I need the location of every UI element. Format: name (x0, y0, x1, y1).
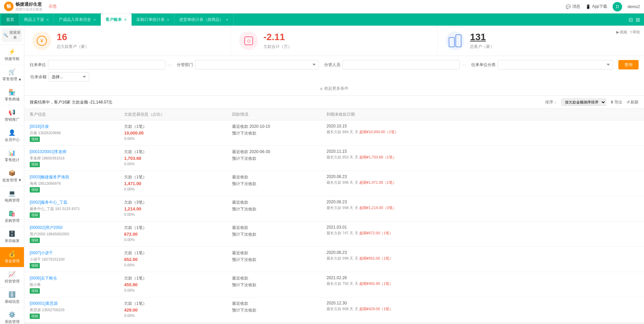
user-name[interactable]: demo2 (627, 4, 640, 9)
filter-manager-input[interactable] (342, 60, 460, 69)
sidebar-item-members[interactable]: 👤 会员中心 (0, 126, 24, 146)
customer-info-6: [0006]去下粮仓 陈小希 现销 (30, 275, 124, 294)
sidebar-item-ecommerce[interactable]: 💻 电商管理 (0, 186, 24, 207)
debt-label-6: 欠款（1笔） (124, 275, 232, 281)
sidebar-item-inventory[interactable]: 🗄️ 库存核算 (0, 227, 24, 247)
table-row: [0016]吕俊 吕俊 13026203696 现销 欠款（1笔） 10,000… (24, 120, 644, 146)
overdue-link-7[interactable]: 超期¥429.00（1笔） (359, 307, 393, 311)
debt-label-7: 欠款（1笔） (124, 301, 232, 306)
tab-home[interactable]: 首页 (1, 13, 19, 26)
next-collect-3: 预计下次收款 (232, 206, 327, 212)
tab-products[interactable]: 商品上下架 ✕ (19, 13, 54, 26)
tab-inbound-close[interactable]: ✕ (93, 18, 96, 22)
tab-accounts-close[interactable]: ✕ (124, 18, 127, 22)
sidebar-search-button[interactable]: 🔍 搜索菜单 (2, 28, 22, 42)
search-button[interactable]: 查询 (618, 60, 639, 69)
sidebar-item-retail-mgmt[interactable]: 🛒 零售管理 ▲ (0, 65, 24, 85)
customer-name-7[interactable]: [000001]黄思源 (30, 301, 124, 306)
sidebar-item-quick-nav-label: 快捷导航 (5, 56, 20, 61)
customer-name-1[interactable]: [0001020001]李老师 (30, 149, 124, 155)
content-area: ¥ 16 总欠款客户（家） ◇ -2.11 欠款合计（万） (24, 26, 644, 324)
collapse-button[interactable]: ∧ 收起更多条件 (30, 84, 639, 93)
sidebar-item-system[interactable]: ⚙️ 系统管理 (0, 308, 24, 324)
debt-amount-6[interactable]: 455.90 (124, 282, 232, 287)
app-download-button[interactable]: 📱 App下载 (586, 4, 607, 9)
sidebar-item-quick-nav[interactable]: ⚡ 快捷导航 (0, 45, 24, 65)
customer-phone-6: 陈小希 (30, 282, 124, 287)
help-button[interactable]: ? 帮助 (630, 30, 640, 35)
overdue-link-3[interactable]: 超期¥1,214.00（3笔） (359, 206, 396, 210)
collection-info-4: 最近收款 预计下次收款 (232, 225, 327, 238)
message-button[interactable]: 💬 消息 (566, 4, 580, 9)
customer-name-6[interactable]: [0006]去下粮仓 (30, 275, 124, 281)
overdue-date-5: 2020.06.23 (327, 250, 639, 255)
customer-name-5[interactable]: [0007]小进千 (30, 250, 124, 256)
last-collect-0: 最近收款 2020-10-15 (232, 124, 327, 129)
tab-inbound-stats[interactable]: 进货单统计表（按商品） ✕ (174, 13, 233, 26)
customer-name-4[interactable]: [000002]用户2050 (30, 225, 124, 231)
overdue-link-5[interactable]: 超期¥652.00（1笔） (359, 256, 393, 260)
debt-amount-4[interactable]: 672.00 (124, 232, 232, 237)
last-collect-2: 最近收款 (232, 174, 327, 180)
tab-accounts[interactable]: 客户账本 ✕ (101, 13, 132, 26)
sidebar-item-wholesale[interactable]: 📦 批发管理 ▼ (0, 166, 24, 186)
debt-amount-1[interactable]: 1,703.68 (124, 156, 232, 161)
overdue-link-1[interactable]: 超期¥1,703.68（1笔） (359, 155, 396, 159)
table-row: [000001]黄思源 黄思源 13552700226 现销 欠款（1笔） 42… (24, 297, 644, 323)
sidebar-item-marketing[interactable]: 📢 营销推广 (0, 106, 24, 126)
sidebar-item-base-info[interactable]: ℹ️ 基础信息 (0, 288, 24, 308)
tab-expand-button[interactable]: ⊞ (636, 17, 640, 23)
sidebar-item-retail-mall[interactable]: 🏪 零售商城 (0, 85, 24, 106)
tab-products-label: 商品上下架 (24, 17, 44, 23)
debt-amount-3[interactable]: 1,214.00 (124, 206, 232, 211)
filter-manager-dots: ··· (462, 62, 466, 67)
overdue-link-2[interactable]: 超期¥1,471.00（1笔） (359, 180, 396, 184)
overdue-link-4[interactable]: 超期¥672.00（1笔） (359, 231, 393, 235)
filter-unit-class-select[interactable] (498, 60, 613, 69)
debt-amount-7[interactable]: 429.00 (124, 307, 232, 313)
top-bar-left: 畅 畅捷通好生意 母婴行业演示账套 示范 (4, 2, 57, 12)
overdue-date-7: 2020.12.30 (327, 301, 639, 305)
debt-amount-5[interactable]: 652.00 (124, 257, 232, 262)
refresh-button[interactable]: ↺ 刷新 (626, 99, 639, 105)
avatar[interactable]: D (613, 2, 622, 11)
tab-purchase-close[interactable]: ✕ (167, 18, 169, 22)
filter-manager-label: 分管人员 (324, 62, 340, 68)
stat-card-owed-total: ◇ -2.11 欠款合计（万） (231, 26, 438, 56)
filter-balance-select[interactable]: 选择... (49, 72, 89, 82)
customer-name-0[interactable]: [0016]吕俊 (30, 124, 124, 129)
stat-card1-icon: ¥ (32, 31, 51, 50)
debt-amount-0[interactable]: 10,000.00 (124, 130, 232, 136)
tab-home-label: 首页 (6, 17, 14, 23)
debt-amount-2[interactable]: 1,471.00 (124, 181, 232, 186)
sort-select[interactable]: 按欠款金额倒序排序 (561, 98, 606, 106)
tab-inbound-stats-close[interactable]: ✕ (226, 18, 228, 22)
col-header-collection: 回款情况 (232, 112, 327, 117)
system-icon: ⚙️ (8, 311, 16, 318)
tab-inbound[interactable]: 产成品入库单历史 ✕ (54, 13, 101, 26)
overdue-days-4: 最长欠款 747 天 天 超期¥672.00（1笔） (327, 231, 639, 236)
sidebar-item-purchase[interactable]: 🛍️ 采购管理 (0, 207, 24, 227)
export-button[interactable]: ⬆ 导出 (610, 99, 622, 105)
nav-home-link[interactable]: 示范 (49, 4, 57, 9)
refresh-label: 刷新 (631, 99, 639, 105)
tab-products-close[interactable]: ✕ (46, 18, 49, 22)
overdue-link-0[interactable]: 超期¥10,000.00（1笔） (359, 130, 398, 134)
next-collect-6: 预计下次收款 (232, 282, 327, 288)
tab-collapse-button[interactable]: ⊟ (628, 17, 633, 23)
debt-percent-0: 0.00% (124, 137, 232, 141)
sidebar-item-finance[interactable]: 💰 资金管理 (0, 247, 24, 267)
video-button[interactable]: ▶ 视频 (616, 30, 627, 35)
overdue-link-6[interactable]: 超期¥455.90（1笔） (359, 282, 393, 286)
retail-stats-icon: 📊 (8, 149, 16, 156)
customer-name-3[interactable]: [0002]服务中心_丁磊 (30, 200, 124, 205)
sidebar-item-retail-stats[interactable]: 📊 零售统计 (0, 146, 24, 166)
sidebar-item-operations[interactable]: 📈 经营管理 (0, 267, 24, 288)
customer-name-2[interactable]: [0003]畅捷服务尹海燕 (30, 174, 124, 180)
debt-percent-6: 0.00% (124, 288, 232, 292)
filter-dept-select[interactable] (195, 60, 318, 69)
filter-customer-unit-input[interactable] (48, 60, 166, 69)
inventory-label: 库存核算 (5, 238, 20, 243)
tab-purchase-orders[interactable]: 采购订单统计表 ✕ (132, 13, 174, 26)
stat-card2-info: -2.11 欠款合计（万） (263, 32, 292, 50)
